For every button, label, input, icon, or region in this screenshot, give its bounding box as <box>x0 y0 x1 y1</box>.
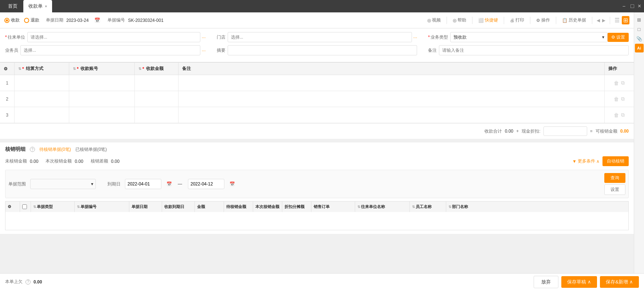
th-account-label: 收款账号 <box>80 66 98 72</box>
row-3-account[interactable] <box>69 107 135 123</box>
window-close-icon[interactable]: × <box>638 3 641 9</box>
th-amount: ⇅ * 收款金额 <box>135 63 178 75</box>
bottom-settings-icon[interactable]: ⚙ <box>8 204 11 209</box>
tab-current[interactable]: 收款单 × <box>23 0 52 12</box>
bth-type-label: 单据类型 <box>37 204 53 209</box>
minimize-icon[interactable]: － <box>621 3 627 10</box>
pending-tab[interactable]: 待核销单据(0笔) <box>39 146 71 153</box>
nav-right-icon[interactable]: ▶ <box>602 18 605 23</box>
tab-home[interactable]: 首页 <box>3 0 23 12</box>
diff-label: 核销差额 <box>91 158 108 164</box>
partner-more-icon[interactable]: ··· <box>202 35 206 40</box>
auto-btn-label: 自动核销 <box>607 158 624 164</box>
settings-button[interactable]: ⚙ 设置 <box>608 33 629 42</box>
tab-bar: 首页 收款单 × － □ × <box>0 0 644 12</box>
shop-input[interactable] <box>228 32 412 42</box>
query-button[interactable]: 查询 <box>604 173 625 183</box>
row-2-settlement[interactable] <box>15 91 69 107</box>
bth-partner: ⇅ 往来单位名称 <box>355 201 410 212</box>
discount-input[interactable] <box>543 126 587 136</box>
set-button[interactable]: 设置 <box>604 184 625 195</box>
side-icon-ai[interactable]: Ai <box>635 44 644 52</box>
history-label: 历史单据 <box>569 17 586 23</box>
video-icon: ◎ <box>427 18 431 23</box>
bth-due-date: 收款到期日 <box>162 201 195 212</box>
range-chevron: ▾ <box>91 181 93 187</box>
copy-icon-1[interactable]: ⧉ <box>621 80 625 86</box>
done-tab[interactable]: 已核销单据(0笔) <box>75 146 107 153</box>
row-2-account[interactable] <box>69 91 135 107</box>
shop-more-icon[interactable]: ··· <box>413 35 417 40</box>
grid-icon[interactable]: ⊞ <box>622 16 629 24</box>
delete-icon-1[interactable]: 🗑 <box>614 80 619 86</box>
copy-icon-3[interactable]: ⧉ <box>621 112 625 118</box>
row-3-remark[interactable] <box>178 107 605 123</box>
business-type-select[interactable]: 预收款 ▾ <box>450 32 608 42</box>
delete-icon-2[interactable]: 🗑 <box>614 96 619 102</box>
abandon-button[interactable]: 放弃 <box>534 276 558 288</box>
row-1-account[interactable] <box>69 75 135 91</box>
row-1-amount[interactable] <box>135 75 178 91</box>
print-btn[interactable]: 🖨 打印 <box>508 16 526 24</box>
row-num-3: 3 <box>0 107 15 123</box>
row-3-amount[interactable] <box>135 107 178 123</box>
select-all-checkbox[interactable] <box>22 204 27 209</box>
range-select[interactable]: ▾ <box>30 179 96 189</box>
video-btn[interactable]: ◎ 视频 <box>426 16 442 24</box>
table-settings-icon[interactable]: ⚙ <box>4 66 8 71</box>
tab-close-icon[interactable]: × <box>45 4 47 8</box>
operation-btn[interactable]: ⚙ 操作 <box>535 16 551 24</box>
toolbar: 收款 退款 单据日期 2023-03-24 📅 单据编号 SK-20230324… <box>0 12 634 28</box>
filter-form: 单据范围 ▾ 到期日 📅 — 📅 查询 设置 <box>5 170 629 198</box>
footer-info-icon[interactable]: ? <box>25 279 31 285</box>
main-table: ⚙ ⇅ * 结算方式 ⇅ * 收款账号 ⇅ * 收款金额 备注 操作 <box>0 62 634 139</box>
remark-input[interactable] <box>439 45 629 55</box>
cal-to-icon[interactable]: 📅 <box>229 181 235 187</box>
refund-radio[interactable]: 退款 <box>24 17 39 23</box>
shortcut-btn[interactable]: ⬜ 快捷键 <box>477 16 499 24</box>
summary-input[interactable] <box>228 45 417 55</box>
history-btn[interactable]: 📋 历史单据 <box>561 16 588 24</box>
summary-label: 摘要 <box>217 47 225 54</box>
partner-field: * 往来单位 ··· <box>5 32 206 42</box>
delete-icon-3[interactable]: 🗑 <box>614 112 619 118</box>
list-icon[interactable]: ☰ <box>614 17 620 24</box>
save-new-label: 保存&新增 <box>606 279 628 285</box>
salesman-input[interactable] <box>20 45 200 55</box>
number-value: SK-20230324-001 <box>128 18 163 23</box>
row-2-amount[interactable] <box>135 91 178 107</box>
more-filter-btn[interactable]: ▼ 更多条件 ∧ <box>572 158 600 164</box>
tab-bar-right: － □ × <box>621 3 641 10</box>
bth-date-label: 单据日期 <box>131 204 148 209</box>
bth-partner-label: 往来单位名称 <box>361 204 385 209</box>
nav-left-icon[interactable]: ◀ <box>597 18 600 23</box>
receipt-radio[interactable]: 收款 <box>4 17 20 23</box>
row-1-settlement[interactable] <box>15 75 69 91</box>
salesman-more-icon[interactable]: ··· <box>202 48 206 53</box>
shortcut-icon: ⬜ <box>478 18 484 23</box>
copy-icon-2[interactable]: ⧉ <box>621 96 625 102</box>
side-icon-table[interactable]: ⊞ <box>635 15 644 24</box>
plus-sign: + <box>516 129 519 134</box>
row-1-remark[interactable] <box>178 75 605 91</box>
side-icon-attachment[interactable]: 📎 <box>635 34 644 43</box>
help-btn[interactable]: ◎ 帮助 <box>451 16 468 24</box>
save-draft-button[interactable]: 保存草稿 ∧ <box>561 276 597 288</box>
row-3-settlement[interactable] <box>15 107 69 123</box>
row-num-1: 1 <box>0 75 15 91</box>
info-icon[interactable]: ? <box>30 147 35 152</box>
maximize-icon[interactable]: □ <box>631 3 634 9</box>
remark-field: 备注 <box>428 45 629 55</box>
partner-label: 往来单位 <box>8 34 25 40</box>
date-to-input[interactable] <box>188 179 224 189</box>
auto-verification-button[interactable]: 自动核销 <box>602 156 629 166</box>
row-2-remark[interactable] <box>178 91 605 107</box>
calendar-icon[interactable]: 📅 <box>94 17 100 23</box>
cal-from-icon[interactable]: 📅 <box>166 181 172 187</box>
verification-section: 核销明细 ? 待核销单据(0笔) 已核销单据(0笔) 未核销金额 0.00 本次… <box>0 142 634 234</box>
partner-input[interactable] <box>27 32 200 42</box>
date-from-input[interactable] <box>125 179 161 189</box>
bth-type: ⇅ 单据类型 <box>31 201 75 212</box>
side-icon-box[interactable]: □ <box>635 25 644 34</box>
save-new-button[interactable]: 保存&新增 ∧ <box>600 276 639 288</box>
